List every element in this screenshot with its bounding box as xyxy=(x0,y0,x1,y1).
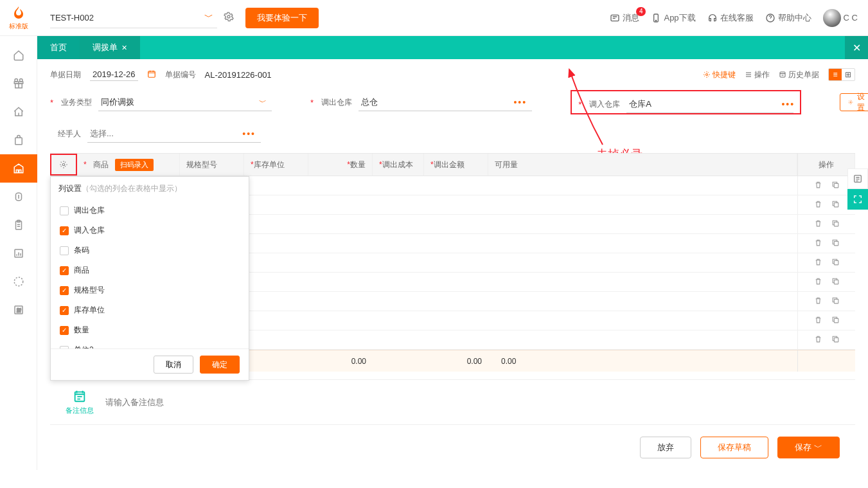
svg-rect-20 xyxy=(834,203,838,207)
copy-icon[interactable] xyxy=(831,296,840,307)
checkbox[interactable] xyxy=(60,346,69,349)
calendar-icon[interactable] xyxy=(147,69,156,80)
tab-home[interactable]: 首页 xyxy=(37,36,80,59)
popup-checkbox-item[interactable]: ✓数量 xyxy=(51,320,249,340)
delete-icon[interactable] xyxy=(814,296,822,307)
checkbox[interactable]: ✓ xyxy=(60,226,69,235)
close-icon[interactable]: ✕ xyxy=(121,44,127,52)
cancel-button[interactable]: 取消 xyxy=(154,356,193,374)
scan-button[interactable]: 扫码录入 xyxy=(115,159,154,171)
save-button[interactable]: 保存 ﹀ xyxy=(777,437,840,458)
remark-icon: 备注信息 xyxy=(66,389,94,415)
app-download-link[interactable]: App下载 xyxy=(651,12,695,24)
svg-rect-7 xyxy=(15,138,22,145)
checkbox[interactable]: ✓ xyxy=(60,286,69,295)
out-warehouse-input[interactable] xyxy=(359,93,532,111)
discard-button[interactable]: 放弃 xyxy=(640,437,691,458)
tab-transfer[interactable]: 调拨单 ✕ xyxy=(80,36,140,59)
notes-tool[interactable] xyxy=(847,168,868,189)
content: 单据日期 2019-12-26 单据编号 AL-20191226-001 快捷键 xyxy=(37,59,868,470)
settings-button[interactable]: 设置 xyxy=(840,93,868,111)
user-menu[interactable]: C C xyxy=(823,9,858,27)
copy-icon[interactable] xyxy=(831,239,840,249)
biz-type-input[interactable] xyxy=(98,93,272,111)
sidebar-gift[interactable] xyxy=(0,69,37,98)
delete-icon[interactable] xyxy=(814,239,822,249)
save-draft-button[interactable]: 保存草稿 xyxy=(700,437,768,458)
sidebar-home[interactable] xyxy=(0,41,37,69)
copy-icon[interactable] xyxy=(831,219,840,230)
checkbox[interactable] xyxy=(60,206,69,215)
tabs-close-button[interactable]: ✕ xyxy=(845,36,868,59)
popup-checkbox-item[interactable]: 单位2 xyxy=(51,340,249,348)
checkbox[interactable]: ✓ xyxy=(60,266,69,275)
popup-checkbox-item[interactable]: ✓商品 xyxy=(51,260,249,280)
message-icon xyxy=(610,13,620,23)
popup-title: 列设置（勾选的列会在表格中显示） xyxy=(51,177,249,201)
copy-icon[interactable] xyxy=(831,258,840,268)
form-row-2: 经手人 ••• xyxy=(50,125,855,143)
delete-icon[interactable] xyxy=(814,277,822,287)
help-link[interactable]: 帮助中心 xyxy=(765,12,811,24)
handler-input[interactable] xyxy=(87,125,261,143)
copy-icon[interactable] xyxy=(831,181,840,191)
more-icon[interactable]: ••• xyxy=(513,97,527,107)
service-link[interactable]: 在线客服 xyxy=(707,12,754,24)
sidebar-clipboard[interactable] xyxy=(0,211,37,239)
ok-button[interactable]: 确定 xyxy=(200,356,240,374)
history-action[interactable]: 历史单据 xyxy=(779,69,819,80)
trial-button[interactable]: 我要体验一下 xyxy=(245,8,319,28)
view-list[interactable]: ≡ xyxy=(829,69,842,80)
gear-icon xyxy=(59,160,68,169)
col-unit: *库存单位 xyxy=(244,154,308,176)
copy-icon[interactable] xyxy=(831,316,840,326)
main: 首页 调拨单 ✕ ✕ 单据日期 2019-12-26 单据编号 AL-20191… xyxy=(37,36,868,470)
checkbox[interactable]: ✓ xyxy=(60,326,69,335)
popup-checkbox-item[interactable]: 调出仓库 xyxy=(51,201,249,221)
sidebar-new[interactable]: 新 xyxy=(0,296,37,324)
ops-action[interactable]: 操作 xyxy=(745,69,770,80)
sidebar-warehouse[interactable] xyxy=(0,154,37,183)
checkbox[interactable]: ✓ xyxy=(60,306,69,315)
messages-link[interactable]: 消息 4 xyxy=(610,12,639,24)
popup-checkbox-item[interactable]: ✓库存单位 xyxy=(51,300,249,320)
popup-list[interactable]: 调出仓库✓调入仓库条码✓商品✓规格型号✓库存单位✓数量单位2 xyxy=(51,201,249,348)
col-avail: 可用量 xyxy=(488,154,797,176)
delete-icon[interactable] xyxy=(814,316,822,326)
site-selector[interactable]: TEST-H002 ﹀ xyxy=(50,8,217,28)
delete-icon[interactable] xyxy=(814,181,822,191)
remark-input[interactable] xyxy=(105,397,840,407)
sidebar-report[interactable] xyxy=(0,239,37,267)
doc-actions: 快捷键 操作 历史单据 ≡ ⊞ xyxy=(703,68,855,81)
svg-rect-26 xyxy=(834,318,838,323)
sidebar-money[interactable] xyxy=(0,183,37,211)
delete-icon[interactable] xyxy=(814,258,822,268)
date-input[interactable]: 2019-12-26 xyxy=(90,68,138,81)
sidebar-more[interactable] xyxy=(0,267,37,296)
sidebar-house[interactable] xyxy=(0,98,37,126)
headset-icon xyxy=(707,13,718,23)
delete-icon[interactable] xyxy=(814,200,822,210)
delete-icon[interactable] xyxy=(814,219,822,230)
more-icon[interactable]: ••• xyxy=(781,99,795,109)
shortcut-action[interactable]: 快捷键 xyxy=(703,69,736,80)
copy-icon[interactable] xyxy=(831,335,840,345)
copy-icon[interactable] xyxy=(831,277,840,287)
column-settings-button[interactable] xyxy=(50,154,77,176)
more-icon[interactable]: ••• xyxy=(242,129,256,139)
col-spec: 规格型号 xyxy=(180,154,244,176)
popup-checkbox-item[interactable]: 条码 xyxy=(51,240,249,260)
gear-icon[interactable] xyxy=(224,12,234,24)
sidebar-bag[interactable] xyxy=(0,126,37,154)
view-grid[interactable]: ⊞ xyxy=(842,69,855,80)
in-warehouse-input[interactable] xyxy=(626,95,793,113)
doc-no-label: 单据编号 xyxy=(165,69,196,80)
fullscreen-tool[interactable] xyxy=(847,189,868,210)
delete-icon[interactable] xyxy=(814,335,822,345)
copy-icon[interactable] xyxy=(831,200,840,210)
document-header: 单据日期 2019-12-26 单据编号 AL-20191226-001 快捷键 xyxy=(50,68,855,81)
popup-checkbox-item[interactable]: ✓规格型号 xyxy=(51,280,249,300)
col-cost: *调出成本 xyxy=(373,154,424,176)
popup-checkbox-item[interactable]: ✓调入仓库 xyxy=(51,221,249,240)
checkbox[interactable] xyxy=(60,246,69,255)
